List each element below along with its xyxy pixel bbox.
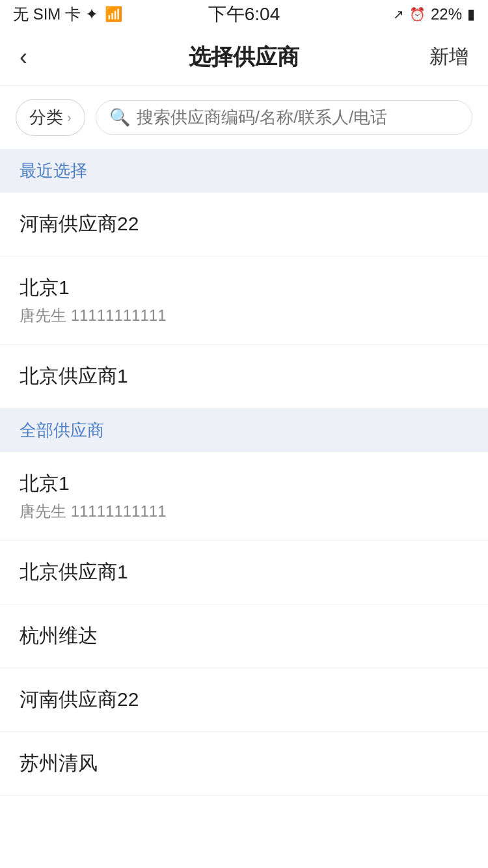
status-bar: 无 SIM 卡 ✦ 📶 下午6:04 ↗ ⏰ 22% ▮ <box>0 0 488 29</box>
status-left: 无 SIM 卡 ✦ 📶 <box>13 4 122 25</box>
status-right: ↗ ⏰ 22% ▮ <box>393 5 475 23</box>
all-section-label: 全部供应商 <box>20 420 104 440</box>
item-name: 杭州维达 <box>20 623 468 649</box>
location-icon: ↗ <box>393 7 404 22</box>
battery-icon: ▮ <box>467 6 475 23</box>
item-name: 苏州清风 <box>20 750 468 777</box>
search-box: 🔍 <box>96 100 472 135</box>
item-name: 北京1 <box>20 470 468 497</box>
item-name: 北京供应商1 <box>20 559 468 586</box>
item-name: 北京供应商1 <box>20 363 468 390</box>
category-button[interactable]: 分类 › <box>16 99 85 136</box>
category-label: 分类 <box>29 106 63 129</box>
list-item[interactable]: 杭州维达 <box>0 604 488 668</box>
list-item[interactable]: 北京1 唐先生 11111111111 <box>0 452 488 541</box>
recent-section-header: 最近选择 <box>0 149 488 193</box>
recent-list: 河南供应商22 北京1 唐先生 11111111111 北京供应商1 <box>0 193 488 409</box>
item-detail: 唐先生 11111111111 <box>20 501 468 522</box>
battery-label: 22% <box>431 5 462 23</box>
back-button[interactable]: ‹ <box>20 44 59 71</box>
all-list: 北京1 唐先生 11111111111 北京供应商1 杭州维达 河南供应商22 … <box>0 452 488 796</box>
sim-label: 无 SIM 卡 ✦ <box>13 4 98 25</box>
page-title: 选择供应商 <box>189 42 299 72</box>
status-time: 下午6:04 <box>208 2 280 27</box>
list-item[interactable]: 北京供应商1 <box>0 541 488 604</box>
item-name: 河南供应商22 <box>20 211 468 237</box>
list-item[interactable]: 北京1 唐先生 11111111111 <box>0 256 488 345</box>
alarm-icon: ⏰ <box>409 7 426 22</box>
new-action-button[interactable]: 新增 <box>429 44 468 70</box>
list-item[interactable]: 苏州清风 <box>0 732 488 796</box>
item-name: 北京1 <box>20 275 468 301</box>
item-detail: 唐先生 11111111111 <box>20 305 468 326</box>
filter-bar: 分类 › 🔍 <box>0 86 488 149</box>
search-icon: 🔍 <box>109 107 130 128</box>
nav-bar: ‹ 选择供应商 新增 <box>0 29 488 86</box>
chevron-right-icon: › <box>67 110 72 125</box>
list-item[interactable]: 北京供应商1 <box>0 345 488 409</box>
list-item[interactable]: 河南供应商22 <box>0 193 488 256</box>
item-name: 河南供应商22 <box>20 686 468 713</box>
all-section-header: 全部供应商 <box>0 409 488 452</box>
wifi-icon: 📶 <box>105 6 122 23</box>
list-item[interactable]: 河南供应商22 <box>0 668 488 732</box>
recent-section-label: 最近选择 <box>20 161 87 180</box>
search-input[interactable] <box>137 107 459 128</box>
